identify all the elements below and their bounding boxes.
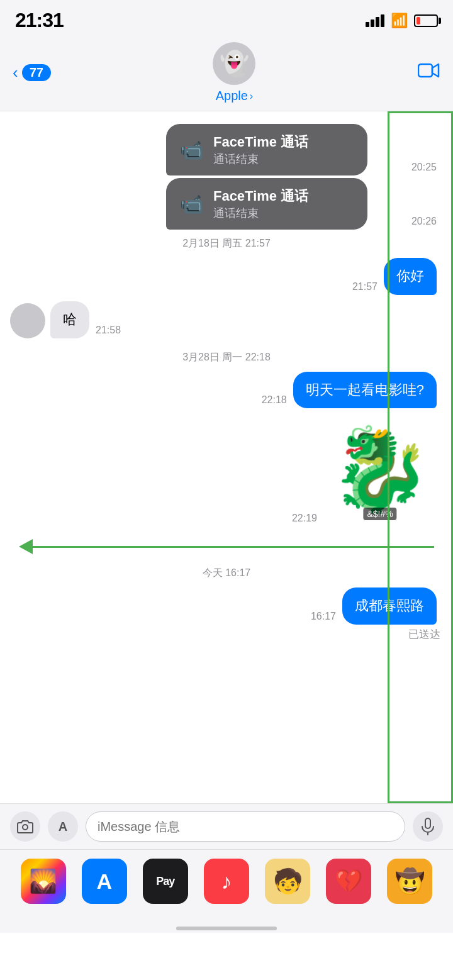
dock-appstore[interactable]: A — [82, 859, 127, 904]
svg-point-1 — [23, 825, 28, 830]
sent-bubble[interactable]: 你好 — [384, 258, 437, 295]
status-icons: 📶 — [366, 13, 438, 29]
photos-icon: 🌄 — [29, 868, 57, 894]
applepay-icon: Pay — [156, 875, 174, 888]
contact-name: Apple › — [216, 89, 253, 103]
timestamp-label: 2月18日 周五 21:57 — [0, 237, 453, 250]
camera-button[interactable] — [10, 811, 40, 842]
message-row: 22:18 明天一起看电影哇? — [10, 372, 443, 409]
dock-heartbreak[interactable]: 💔 — [326, 859, 371, 904]
sticker-overlay: &$!#% — [363, 508, 396, 520]
chat-wrapper: 📹 FaceTime 通话 通话结束 20:25 📹 FaceTime 通话 通… — [0, 111, 453, 803]
svg-rect-2 — [425, 818, 430, 828]
status-time: 21:31 — [15, 9, 64, 32]
memoji-icon: 🧒 — [273, 867, 303, 895]
wifi-icon: 📶 — [391, 13, 408, 29]
dock-applepay[interactable]: Pay — [143, 859, 188, 904]
sticker-row: 22:19 🐉 &$!#% — [10, 413, 443, 526]
home-indicator — [0, 922, 453, 933]
message-row: 📹 FaceTime 通话 通话结束 20:26 — [10, 178, 443, 230]
app-store-button[interactable]: A — [48, 811, 78, 842]
status-bar: 21:31 📶 — [0, 0, 453, 37]
video-call-button[interactable] — [418, 62, 440, 84]
dragon-emoji: 🐉 — [329, 422, 431, 518]
svg-rect-0 — [418, 64, 432, 77]
memoji2-icon: 🤠 — [395, 867, 425, 895]
delivered-label: 已送达 — [0, 627, 440, 642]
timestamp-label: 今天 16:17 — [0, 567, 453, 580]
facetime-icon: 📹 — [180, 139, 203, 161]
facetime-bubble[interactable]: 📹 FaceTime 通话 通话结束 — [166, 124, 367, 175]
message-time: 16:17 — [311, 611, 336, 622]
dock: 🌄 A Pay ♪ 🧒 💔 🤠 — [0, 849, 453, 922]
nav-header: ‹ 77 👻 Apple › — [0, 37, 453, 111]
back-button[interactable]: ‹ 77 — [13, 63, 51, 82]
sent-bubble[interactable]: 成都春熙路 — [342, 587, 437, 625]
avatar: 👻 — [213, 42, 255, 85]
dock-memoji[interactable]: 🧒 — [265, 859, 310, 904]
appstore-label: A — [59, 820, 67, 834]
message-time: 20:26 — [411, 216, 437, 227]
avatar-small — [10, 303, 45, 338]
timestamp-label: 3月28日 周一 22:18 — [0, 351, 453, 364]
dock-music[interactable]: ♪ — [204, 859, 249, 904]
message-row: 16:17 成都春熙路 — [10, 587, 443, 625]
appstore-icon: A — [96, 869, 112, 894]
signal-bars-icon — [366, 14, 384, 27]
facetime-bubble[interactable]: 📹 FaceTime 通话 通话结束 — [166, 178, 367, 230]
heartbreak-icon: 💔 — [335, 868, 363, 894]
sent-bubble[interactable]: 明天一起看电影哇? — [293, 372, 437, 409]
facetime-icon: 📹 — [180, 193, 203, 215]
back-chevron-icon: ‹ — [13, 63, 18, 82]
contact-chevron-icon: › — [250, 91, 253, 102]
arrow-line — [33, 546, 434, 548]
audio-button[interactable] — [413, 811, 443, 842]
home-bar — [176, 927, 277, 930]
sticker-bubble[interactable]: 🐉 &$!#% — [323, 413, 437, 526]
dock-memoji2[interactable]: 🤠 — [387, 859, 432, 904]
arrow-head-icon — [19, 539, 33, 554]
message-row: 21:57 你好 — [10, 258, 443, 295]
arrow-indicator — [19, 539, 434, 554]
music-icon: ♪ — [221, 869, 232, 894]
back-count-badge: 77 — [22, 64, 51, 81]
contact-info[interactable]: 👻 Apple › — [213, 42, 255, 103]
message-input[interactable] — [86, 811, 405, 842]
message-row: 哈 21:58 — [10, 301, 443, 338]
message-time: 20:25 — [411, 162, 437, 173]
battery-fill — [417, 17, 420, 25]
message-row: 📹 FaceTime 通话 通话结束 20:25 — [10, 124, 443, 175]
message-time: 21:58 — [96, 325, 121, 336]
received-bubble[interactable]: 哈 — [50, 301, 89, 338]
avatar-emoji: 👻 — [220, 50, 249, 77]
battery-icon — [414, 14, 438, 27]
input-bar: A — [0, 803, 453, 849]
facetime-text: FaceTime 通话 通话结束 — [213, 133, 308, 167]
message-time: 21:57 — [352, 281, 378, 292]
chat-area: 📹 FaceTime 通话 通话结束 20:25 📹 FaceTime 通话 通… — [0, 111, 453, 803]
message-time: 22:19 — [292, 513, 317, 524]
message-time: 22:18 — [262, 394, 287, 406]
facetime-text: FaceTime 通话 通话结束 — [213, 187, 308, 221]
dock-photos[interactable]: 🌄 — [21, 859, 66, 904]
